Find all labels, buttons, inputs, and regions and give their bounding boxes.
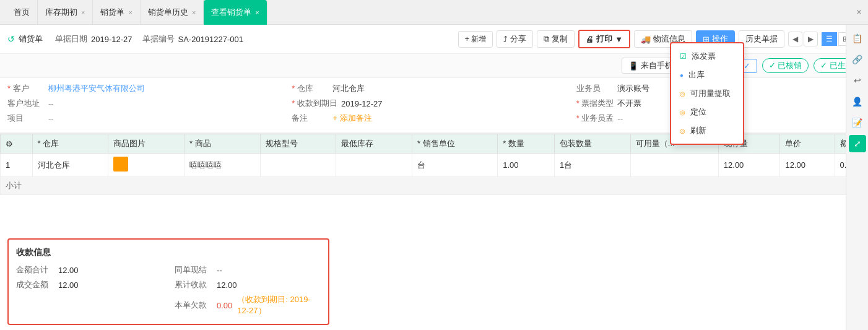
dropdown-add-invoice[interactable]: ☑ 添发票 [671,47,743,66]
payment-date-value: 2019-12-27 [341,99,383,108]
history-button[interactable]: 历史单据 [739,30,784,48]
check-sold-icon: ✓ [769,61,776,70]
right-sidebar: 📋 🔗 ↩ 👤 📝 ⤢ [846,25,868,330]
ticket-type-label: 票据类型 [576,98,614,109]
dropdown-locate[interactable]: ◎ 定位 [671,103,743,121]
total-value: 12.00 [58,266,79,275]
doc-icon: ↺ [7,34,15,44]
copy-button[interactable]: ⧉ 复制 [537,30,575,48]
cell-available [630,154,718,177]
customer-label: 客户 [7,83,45,94]
tab-sales-history-close[interactable]: × [192,9,196,16]
note-field: 备注 + 添加备注 [292,113,576,124]
project-field: 项目 -- [7,113,292,124]
settings-icon[interactable]: ⚙ [6,139,13,149]
logistics-icon: 🚚 [641,35,651,44]
add-invoice-icon: ☑ [680,52,687,61]
print-label: 打印 [596,33,612,45]
col-warehouse: * 仓库 [32,134,108,154]
subtotal-row: 小计 [1,177,868,195]
locate-icon: ◎ [680,109,685,116]
sold-status[interactable]: ✓ 已核销 [762,58,809,73]
warehouse-value: 河北仓库 [332,83,365,94]
check-effect-icon: ✓ [820,61,827,70]
tab-inventory[interactable]: 库存期初 × [38,0,93,25]
tab-view-sales[interactable]: 查看销货单 × [204,0,267,25]
total-label: 金额合计 [16,264,53,276]
doc-date-field: 单据日期 2019-12-27 [55,33,132,45]
nav-next-button[interactable]: ▶ [804,32,818,46]
customer-value[interactable]: 柳州粤港平安气体有限公司 [48,83,145,94]
table-row: 1 河北仓库 嘻嘻嘻嘻 台 1.00 1台 12.00 12.00 [1,154,868,177]
sidebar-note-icon[interactable]: 📝 [849,114,866,131]
nav-prev-button[interactable]: ◀ [788,32,802,46]
dropdown-available-extract[interactable]: ◎ 可用量提取 [671,84,743,103]
payment-date-field: 收款到期日 2019-12-27 [292,98,576,109]
summary-cumulative-row: 累计收款 12.00 [175,279,321,290]
check-icon: ✓ [744,61,750,71]
tab-sales-close[interactable]: × [128,9,132,16]
sidebar-user-icon[interactable]: 👤 [849,93,866,110]
salesperson-label: 业务员孟 [576,113,614,124]
col-spec: 规格型号 [260,134,336,154]
cell-min-stock [336,154,412,177]
add-note-text: 添加备注 [340,113,372,123]
col-sales-unit: * 销售单位 [412,134,498,154]
project-value: -- [48,114,54,123]
owed-extra: （收款到期日: 2019-12-27） [237,294,321,316]
cumulative-value: 12.00 [217,280,237,290]
refresh-icon: ◎ [680,128,685,134]
col-quantity: * 数量 [498,134,555,154]
view-list-button[interactable]: ☰ [822,32,837,46]
summary-owed-row: 本单欠款 0.00 （收款到期日: 2019-12-27） [175,294,321,316]
doc-meta: 单据日期 2019-12-27 单据编号 SA-20191227-001 [55,33,438,45]
tab-home[interactable]: 首页 [6,0,38,25]
summary-same-order-row: 同单现结 -- [175,264,321,276]
tab-sales[interactable]: 销货单 × [93,0,140,25]
customer-field: 客户 柳州粤港平安气体有限公司 [7,83,292,94]
sidebar-return-icon[interactable]: ↩ [849,72,866,89]
add-note-button[interactable]: + 添加备注 [332,113,371,124]
phone-icon: 📱 [628,61,638,71]
outbound-icon: ● [680,72,684,79]
tab-bar: 首页 库存期初 × 销货单 × 销货单历史 × 查看销货单 × × [0,0,868,25]
tab-sales-label: 销货单 [100,7,124,18]
payment-date-label: 收款到期日 [292,98,337,109]
available-extract-label: 可用量提取 [690,88,731,99]
cell-unit-price: 12.00 [780,154,835,177]
add-note-icon: + [332,113,337,123]
tab-sales-history[interactable]: 销货单历史 × [141,0,204,25]
tab-home-label: 首页 [14,7,30,18]
tab-view-sales-close[interactable]: × [255,9,259,16]
cell-warehouse: 河北仓库 [32,154,108,177]
dropdown-outbound[interactable]: ● 出库 [671,66,743,84]
nav-arrows: ◀ ▶ [788,32,818,46]
window-close-button[interactable]: × [856,7,862,18]
doc-title-text: 销货单 [19,33,43,45]
print-button[interactable]: 🖨 打印 ▼ [578,30,630,48]
sidebar-doc-icon[interactable]: 📋 [849,30,866,47]
cumulative-label: 累计收款 [175,279,212,290]
copy-label: 复制 [552,33,568,45]
dropdown-refresh[interactable]: ◎ 刷新 [671,121,743,140]
print-icon: 🖨 [586,35,594,44]
refresh-label: 刷新 [690,125,706,136]
toolbar: + 新增 ⤴ 分享 ⧉ 复制 🖨 打印 ▼ 🚚 物流信息 [451,30,861,48]
salesperson-value: -- [617,114,623,123]
tab-sales-history-label: 销货单历史 [148,7,188,18]
add-invoice-label: 添发票 [692,51,716,62]
payment-summary: 收款信息 金额合计 12.00 同单现结 -- 成交金额 12.00 累计收款 … [7,238,329,325]
staff-label: 业务员 [576,83,614,94]
new-button[interactable]: + 新增 [458,31,493,48]
cell-product: 嘻嘻嘻嘻 [184,154,260,177]
share-button[interactable]: ⤴ 分享 [497,30,533,48]
summary-total-row: 金额合计 12.00 [16,264,162,276]
history-label: 历史单据 [745,33,778,45]
tab-inventory-close[interactable]: × [81,9,85,16]
owed-value: 0.00 [217,301,232,310]
sidebar-expand-icon[interactable]: ⤢ [849,135,866,152]
share-label: 分享 [510,33,526,45]
sidebar-link-icon[interactable]: 🔗 [849,51,866,68]
doc-date-value: 2019-12-27 [91,35,132,44]
summary-title: 收款信息 [16,247,321,258]
